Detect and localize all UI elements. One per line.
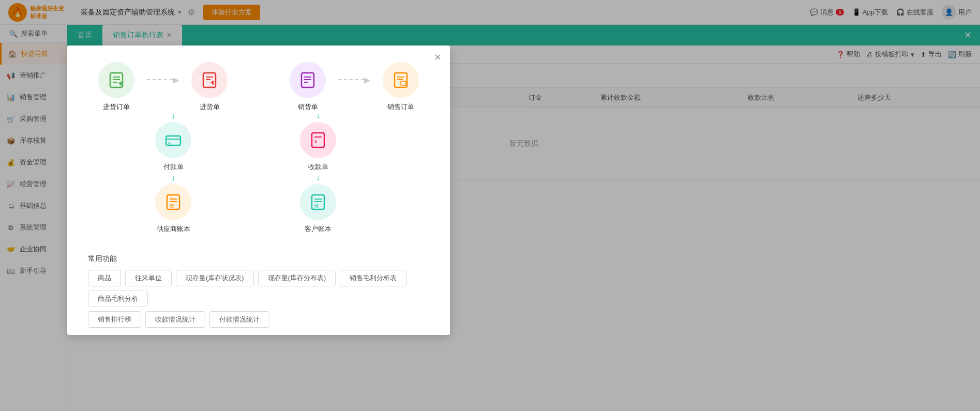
receipt-bill-icon: ¥: [300, 122, 336, 158]
func-buttons-row1: 商品 往来单位 现存量(库存状况表) 现存量(库存分布表) 销售毛利分析表 商品…: [88, 270, 429, 307]
customer-ledger-icon: 账: [300, 184, 336, 220]
sales-order-label: 销售订单: [387, 102, 414, 112]
svg-text:¥: ¥: [314, 139, 318, 144]
node-supplier-ledger[interactable]: 账 供应商账本: [145, 184, 202, 234]
modal-overlay[interactable]: ✕ 进货订单 ▶: [0, 0, 980, 411]
modal-close-button[interactable]: ✕: [434, 52, 442, 63]
supplier-ledger-icon: 账: [155, 184, 191, 220]
func-btn-product-margin[interactable]: 商品毛利分析: [88, 291, 148, 307]
func-btn-receipt-stat[interactable]: 收款情况统计: [145, 311, 205, 328]
node-purchase-order[interactable]: 进货订单: [88, 62, 145, 112]
func-btn-stock-dist[interactable]: 现存量(库存分布表): [258, 270, 336, 286]
func-btn-payment-stat[interactable]: 付款情况统计: [209, 311, 269, 328]
sales-bill-icon: [290, 62, 326, 98]
sales-bill-label: 销货单: [298, 102, 318, 112]
func-btn-sales-margin[interactable]: 销售毛利分析表: [340, 270, 406, 286]
supplier-ledger-label: 供应商账本: [157, 224, 190, 234]
node-sales-bill[interactable]: 销货单: [279, 62, 336, 112]
receipt-bill-label: 收款单: [308, 162, 328, 172]
node-customer-ledger[interactable]: 账 客户账本: [290, 184, 346, 234]
sales-order-icon: [383, 62, 419, 98]
flow-diagram: 进货订单 ▶ 进货单: [67, 45, 450, 246]
svg-text:账: 账: [314, 203, 319, 208]
modal: ✕ 进货订单 ▶: [67, 45, 450, 335]
node-sales-order[interactable]: 销售订单: [372, 62, 429, 112]
purchase-bill-icon: [191, 62, 228, 98]
common-func-area: 常用功能 商品 往来单位 现存量(库存状况表) 现存量(库存分布表) 销售毛利分…: [67, 246, 450, 335]
svg-rect-22: [312, 133, 324, 147]
svg-text:¥: ¥: [168, 141, 171, 146]
func-buttons-row2: 销售排行榜 收款情况统计 付款情况统计: [88, 311, 429, 328]
svg-rect-14: [401, 81, 406, 85]
node-purchase-bill[interactable]: 进货单: [181, 62, 238, 112]
node-receipt-bill[interactable]: ¥ 收款单: [290, 122, 346, 172]
purchase-order-icon: [98, 62, 134, 98]
common-func-title: 常用功能: [88, 254, 429, 264]
customer-ledger-label: 客户账本: [305, 224, 331, 234]
func-btn-sales-rank[interactable]: 销售排行榜: [88, 311, 141, 328]
func-btn-counterpart[interactable]: 往来单位: [125, 270, 172, 286]
payment-bill-label: 付款单: [163, 162, 184, 172]
node-payment-bill[interactable]: ¥ 付款单: [145, 122, 202, 172]
payment-bill-icon: ¥: [155, 122, 191, 158]
svg-text:账: 账: [170, 203, 174, 208]
purchase-bill-label: 进货单: [200, 102, 220, 112]
func-btn-product[interactable]: 商品: [88, 270, 121, 286]
purchase-order-label: 进货订单: [103, 102, 130, 112]
func-btn-stock-status[interactable]: 现存量(库存状况表): [176, 270, 254, 286]
